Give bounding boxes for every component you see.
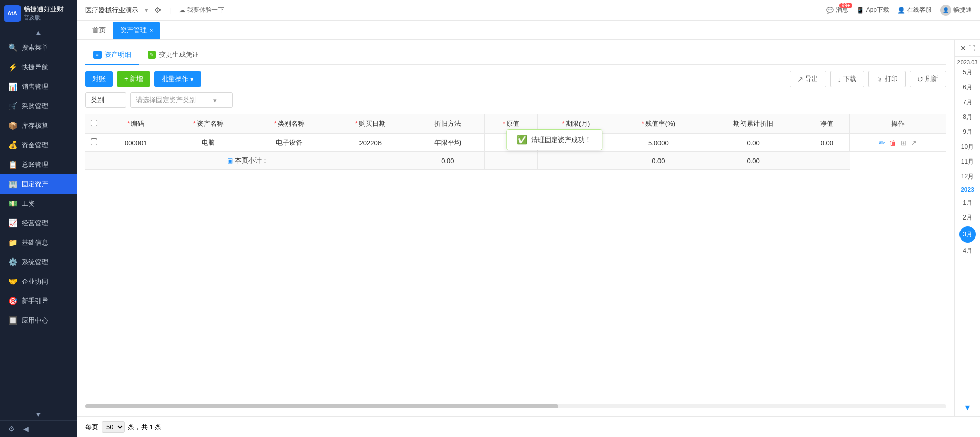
month-item-4[interactable]: 4月	[955, 244, 980, 259]
tab-home[interactable]: 首页	[85, 22, 113, 39]
online-service-btn[interactable]: 👤 在线客服	[897, 6, 932, 14]
right-panel-close-icon[interactable]: ✕	[960, 44, 966, 52]
app-center-icon: 🔲	[8, 316, 17, 325]
select-all-checkbox[interactable]	[91, 120, 97, 126]
refresh-icon: ↺	[917, 75, 923, 83]
month-item-2[interactable]: 2月	[955, 210, 980, 225]
sidebar-item-label: 应用中心	[22, 316, 48, 325]
sidebar-item-basic-info[interactable]: 📁 基础信息	[0, 233, 77, 252]
more-icon[interactable]: ↗	[911, 138, 917, 147]
subtotal-label-cell: ▣ 本页小计：	[85, 152, 411, 170]
download-button[interactable]: ↓ 下载	[830, 71, 865, 87]
sidebar-item-system[interactable]: ⚙️ 系统管理	[0, 252, 77, 272]
sidebar-scroll-up[interactable]: ▲	[0, 27, 77, 38]
category-label-text: 类别	[91, 95, 104, 105]
table-wrap: *编码 *资产名称 *类别名称 *购买日期 折旧方法	[85, 114, 946, 402]
month-item-11[interactable]: 11月	[955, 154, 980, 169]
subtotal-accumulated: 0.00	[614, 152, 703, 170]
topbar-settings-icon[interactable]: ⚙	[154, 6, 161, 15]
sidebar: AtA 畅捷通好业财 普及版 ▲ 🔍 搜索菜单 ⚡ 快捷导航 📊 销售管理 🛒 …	[0, 0, 77, 437]
basic-info-icon: 📁	[8, 238, 17, 247]
pagination-bar: 每页 50 条，共 1 条	[77, 416, 980, 437]
sub-tab-change-voucher[interactable]: ✎ 变更生成凭证	[139, 46, 207, 65]
delete-icon[interactable]: 🗑	[889, 138, 896, 147]
sidebar-item-label: 经营管理	[22, 218, 48, 228]
cell-asset-name: 电脑	[168, 134, 249, 152]
right-panel-expand-icon[interactable]: ⛶	[968, 44, 975, 52]
month-item-7[interactable]: 7月	[955, 95, 980, 110]
per-page-select[interactable]: 50	[102, 421, 125, 433]
export-label: 导出	[805, 74, 818, 84]
tab-asset-management[interactable]: 资产管理 ×	[113, 22, 160, 39]
row-select-checkbox[interactable]	[91, 138, 97, 145]
col-residual-rate: *残值率(%)	[614, 114, 703, 134]
month-item-6[interactable]: 6月	[955, 80, 980, 95]
col-code: *编码	[104, 114, 168, 134]
sidebar-item-guide[interactable]: 🎯 新手引导	[0, 291, 77, 311]
sidebar-item-cooperation[interactable]: 🤝 企业协同	[0, 272, 77, 291]
table-scrollbar-thumb[interactable]	[85, 404, 558, 408]
sidebar-menu: 🔍 搜索菜单 ⚡ 快捷导航 📊 销售管理 🛒 采购管理 📦 库存核算 💰 资金管…	[0, 38, 77, 409]
copy-icon[interactable]: ⊞	[901, 138, 907, 147]
refresh-button[interactable]: ↺ 刷新	[910, 71, 946, 87]
sidebar-scroll-down[interactable]: ▼	[0, 409, 77, 420]
user-info[interactable]: 👤 畅捷通	[940, 5, 972, 16]
right-panel-months: 5月 6月 7月 8月 9月 10月 11月 12月 2023 1月 2月 3月…	[955, 65, 980, 399]
month-item-1[interactable]: 1月	[955, 195, 980, 210]
table-scrollbar[interactable]	[85, 404, 946, 408]
sidebar-item-capital[interactable]: 💰 资金管理	[0, 135, 77, 155]
sidebar-item-operations[interactable]: 📈 经营管理	[0, 213, 77, 233]
settings-icon[interactable]: ⚙	[8, 425, 15, 433]
month-item-3-active[interactable]: 3月	[959, 226, 976, 243]
sidebar-item-label: 搜索菜单	[22, 43, 48, 52]
sidebar-bottom: ⚙ ◀	[0, 420, 77, 437]
col-actions: 操作	[850, 114, 946, 134]
right-panel-bottom-icon[interactable]: ▼	[964, 403, 972, 412]
message-btn[interactable]: 💬 消息 99+	[826, 6, 848, 14]
avatar: 👤	[940, 5, 951, 16]
experience-btn[interactable]: ☁ 我要体验一下	[179, 6, 224, 14]
sidebar-item-purchase[interactable]: 🛒 采购管理	[0, 96, 77, 116]
export-button[interactable]: ↗ 导出	[790, 71, 826, 87]
sub-tab-asset-detail[interactable]: ≡ 资产明细	[85, 46, 139, 65]
sidebar-item-app-center[interactable]: 🔲 应用中心	[0, 311, 77, 330]
sidebar-item-search[interactable]: 🔍 搜索菜单	[0, 38, 77, 57]
reconcile-button[interactable]: 对账	[85, 71, 113, 87]
sidebar-item-payroll[interactable]: 💵 工资	[0, 194, 77, 213]
sidebar-item-sales[interactable]: 📊 销售管理	[0, 77, 77, 96]
message-badge: 99+	[839, 3, 852, 8]
toolbar: 对账 + 新增 批量操作 ▾ ↗ 导出 ↓ 下载 🖨	[85, 71, 946, 87]
experience-label: 我要体验一下	[187, 6, 224, 14]
fixed-assets-icon: 🏢	[8, 180, 17, 189]
print-button[interactable]: 🖨 打印	[868, 71, 906, 87]
tab-close-icon[interactable]: ×	[150, 27, 153, 33]
company-dropdown-icon[interactable]: ▾	[145, 6, 148, 14]
sidebar-item-label: 总账管理	[22, 160, 48, 169]
topbar-divider: |	[169, 6, 171, 14]
sidebar-item-fixed-assets[interactable]: 🏢 固定资产	[0, 174, 77, 194]
month-item-8[interactable]: 8月	[955, 110, 980, 125]
sidebar-item-quick-nav[interactable]: ⚡ 快捷导航	[0, 57, 77, 77]
month-item-5[interactable]: 5月	[955, 65, 980, 80]
app-download-btn[interactable]: 📱 App下载	[856, 6, 889, 14]
success-check-icon: ✅	[517, 135, 527, 145]
month-item-10[interactable]: 10月	[955, 140, 980, 154]
sub-tab-change-voucher-label: 变更生成凭证	[159, 50, 199, 59]
sidebar-item-label: 库存核算	[22, 121, 48, 130]
user-name: 畅捷通	[953, 6, 972, 14]
right-panel-year-label: 2023.03	[955, 57, 980, 65]
month-item-9[interactable]: 9月	[955, 125, 980, 140]
export-icon: ↗	[797, 75, 803, 83]
online-service-icon: 👤	[897, 7, 905, 14]
sidebar-item-label: 企业协同	[22, 277, 48, 286]
month-item-12[interactable]: 12月	[955, 169, 980, 184]
collapse-icon[interactable]: ◀	[23, 425, 29, 433]
new-button[interactable]: + 新增	[117, 71, 150, 87]
print-icon: 🖨	[876, 75, 883, 83]
category-dropdown[interactable]: 请选择固定资产类别 ▾	[130, 92, 233, 108]
batch-ops-button[interactable]: 批量操作 ▾	[154, 71, 201, 87]
sidebar-item-ledger[interactable]: 📋 总账管理	[0, 155, 77, 174]
sidebar-item-label: 系统管理	[22, 257, 48, 267]
sidebar-item-inventory[interactable]: 📦 库存核算	[0, 116, 77, 135]
edit-icon[interactable]: ✏	[879, 138, 885, 147]
